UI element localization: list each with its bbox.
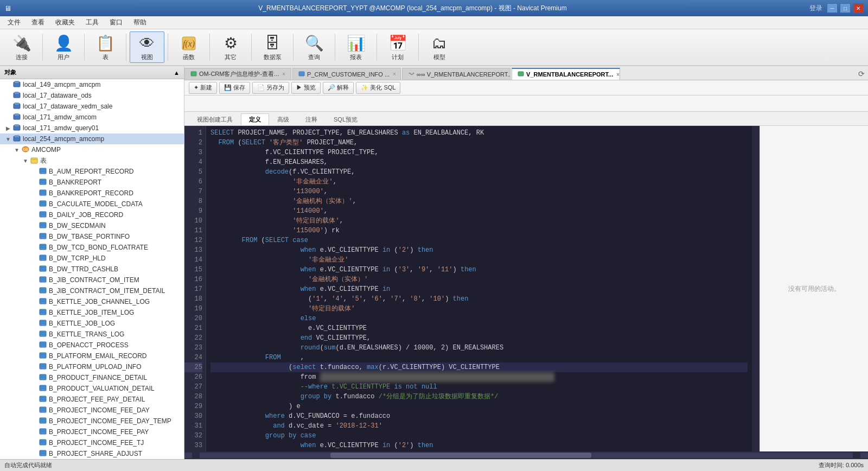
sidebar-item-local171query[interactable]: ▶local_171_amdw_query01: [0, 123, 184, 133]
sidebar-item-label-b_open: B_OPENACCT_PROCESS: [49, 341, 129, 349]
sidebar-collapse-icon[interactable]: ▲: [174, 69, 180, 76]
tab-close-tab1[interactable]: ×: [282, 71, 285, 77]
sidebar-item-local149[interactable]: local_149_amcpm_amcpm: [0, 79, 184, 90]
close-button[interactable]: ✕: [853, 3, 864, 13]
expand-icon-local254[interactable]: ▼: [4, 136, 12, 142]
sidebar-item-b_dw_tcrp[interactable]: B_DW_TCRP_HLD: [0, 253, 184, 264]
sidebar-item-b_kettle_jo[interactable]: B_KETTLE_JOB_LOG: [0, 318, 184, 329]
menu-item-查看[interactable]: 查看: [26, 17, 50, 28]
beautify-button[interactable]: ✨ 美化 SQL: [356, 82, 400, 94]
sub-tab-高级[interactable]: 高级: [269, 113, 297, 125]
tab-tab4[interactable]: V_RMENTBALANCEREPORT...×: [512, 68, 620, 80]
tab-tab1[interactable]: OM-CRM客户信息维护-查看...×: [184, 68, 291, 80]
toolbar-btn-query[interactable]: 🔍查询: [297, 31, 331, 63]
toolbar-btn-report[interactable]: 📊报表: [339, 31, 373, 63]
menu-item-收藏夹[interactable]: 收藏夹: [50, 17, 80, 28]
saveas-button[interactable]: 📄 另存为: [252, 82, 289, 94]
toolbar-btn-connect[interactable]: 🔌连接: [4, 31, 39, 63]
save-button[interactable]: 💾 保存: [219, 82, 250, 94]
sidebar-item-label-local171amdw: local_171_amdw_amcom: [23, 113, 97, 121]
sub-tab-SQL预览[interactable]: SQL预览: [326, 113, 366, 125]
svg-rect-16: [31, 158, 37, 163]
sidebar-item-b_proj_in2[interactable]: B_PROJECT_INCOME_FEE_DAY_TEMP: [0, 416, 184, 427]
sidebar-item-b_prod_va[interactable]: B_PRODUCT_VALUATION_DETAIL: [0, 383, 184, 394]
sidebar-item-b_dw_tbase[interactable]: B_DW_TBASE_PORTINFO: [0, 231, 184, 242]
toolbar-btn-table[interactable]: 📋表: [88, 31, 123, 63]
tree-node-icon-b_kettle_jo: [39, 319, 47, 328]
editor-scrollbar[interactable]: [752, 126, 760, 451]
sidebar-item-table_group[interactable]: ▼表: [0, 155, 184, 166]
toolbar-btn-model[interactable]: 🗂模型: [422, 31, 457, 63]
sidebar-item-label-b_proj_fe: B_PROJECT_FEE_PAY_DETAIL: [49, 396, 145, 403]
tree-node-icon-b_dw_tcrp: [39, 254, 47, 263]
sidebar-item-b_dw_ttrd[interactable]: B_DW_TTRD_CASHLB: [0, 264, 184, 275]
sidebar-item-b_aum[interactable]: B_AUM_REPORT_RECORD: [0, 166, 184, 177]
sidebar-item-label-b_proj_sh: B_PROJECT_SHARE_ADJUST: [49, 450, 142, 457]
sidebar-item-local171amdw[interactable]: local_171_amdw_amcom: [0, 112, 184, 123]
sidebar-item-b_open[interactable]: B_OPENACCT_PROCESS: [0, 340, 184, 351]
sidebar-item-b_prod_fi[interactable]: B_PRODUCT_FINANCE_DETAIL: [0, 372, 184, 383]
sidebar-item-b_proj_fe[interactable]: B_PROJECT_FEE_PAY_DETAIL: [0, 394, 184, 405]
toolbar-btn-view[interactable]: 👁视图: [130, 31, 164, 63]
sub-tab-注释[interactable]: 注释: [297, 113, 326, 125]
sidebar-item-b_proj_in3[interactable]: B_PROJECT_INCOME_FEE_PAY: [0, 427, 184, 437]
sidebar-item-b_plat_em[interactable]: B_PLATFORM_EMAIL_RECORD: [0, 351, 184, 361]
sidebar-item-b_kettle_it[interactable]: B_KETTLE_JOB_ITEM_LOG: [0, 307, 184, 318]
sidebar-item-b_dw_sec[interactable]: B_DW_SECDMAIN: [0, 220, 184, 231]
login-button[interactable]: 登录: [809, 4, 822, 13]
sub-tab-视图创建工具[interactable]: 视图创建工具: [189, 113, 241, 125]
line-number-20: 20: [184, 314, 202, 323]
sidebar-item-local17ods[interactable]: local_17_dataware_ods: [0, 90, 184, 101]
sidebar-item-b_proj_in4[interactable]: B_PROJECT_INCOME_FEE_TJ: [0, 437, 184, 448]
svg-rect-3: [15, 81, 19, 83]
sidebar-item-b_dw_tcd[interactable]: B_DW_TCD_BOND_FLOATRATE: [0, 242, 184, 253]
sidebar-item-b_jib_det[interactable]: B_JIB_CONTRACT_OM_ITEM_DETAIL: [0, 285, 184, 296]
tab-tab3[interactable]: ∞∞ V_RMENTBALANCEREPORT...×: [402, 68, 510, 80]
toolbar-btn-user[interactable]: 👤用户: [46, 31, 81, 63]
preview-button[interactable]: ▶ 预览: [291, 82, 321, 94]
code-line-20: else: [210, 314, 748, 323]
code-area[interactable]: SELECT PROJECT_NAME, PROJECT_TYPE, EN_RE…: [206, 126, 752, 451]
scrollbar-thumb[interactable]: [330, 453, 592, 458]
sidebar-item-b_proj_in[interactable]: B_PROJECT_INCOME_FEE_DAY: [0, 405, 184, 416]
expand-icon-table_group[interactable]: ▼: [22, 158, 29, 164]
line-number-2: 2: [184, 138, 202, 148]
scrollbar-track[interactable]: [200, 453, 853, 458]
toolbar-btn-db[interactable]: 🗄数据泵: [255, 31, 290, 63]
code-line-11: '115000') rk: [210, 226, 748, 236]
menu-item-文件[interactable]: 文件: [2, 17, 26, 28]
tab-tab2[interactable]: P_CRM_CUSTOMER_INFO ...×: [292, 68, 401, 80]
sidebar-item-b_bank[interactable]: B_BANKREPORT: [0, 177, 184, 188]
maximize-button[interactable]: □: [840, 3, 851, 13]
sidebar-item-b_proj_sh[interactable]: B_PROJECT_SHARE_ADJUST: [0, 448, 184, 459]
sidebar-item-b_plat_up[interactable]: B_PLATFORM_UPLOAD_INFO: [0, 361, 184, 372]
model-label: 模型: [433, 53, 445, 61]
expand-icon-amcomp[interactable]: ▼: [13, 147, 21, 153]
expand-icon-local171query[interactable]: ▶: [4, 125, 12, 131]
toolbar-btn-func[interactable]: f(x)函数: [171, 31, 206, 63]
sidebar-item-b_daily[interactable]: B_DAILY_JOB_RECORD: [0, 209, 184, 220]
tab-close-tab4[interactable]: ×: [616, 72, 620, 78]
horizontal-scrollbar[interactable]: [184, 451, 868, 459]
sidebar-item-b_jib_con[interactable]: B_JIB_CONTRACT_OM_ITEM: [0, 275, 184, 285]
new-button[interactable]: ✦ 新建: [189, 82, 217, 94]
tab-refresh-button[interactable]: ⟳: [855, 68, 868, 80]
menu-item-帮助[interactable]: 帮助: [128, 17, 152, 28]
sub-tab-定义[interactable]: 定义: [241, 113, 269, 125]
tab-close-tab2[interactable]: ×: [393, 71, 396, 77]
sidebar-item-b_kettle_tr[interactable]: B_KETTLE_TRANS_LOG: [0, 329, 184, 340]
sidebar-item-local254[interactable]: ▼local_254_amcpm_amcomp: [0, 133, 184, 144]
main-content: 对象 ▲ local_149_amcpm_amcpmlocal_17_dataw…: [0, 66, 868, 459]
minimize-button[interactable]: ─: [827, 3, 838, 13]
menu-item-工具[interactable]: 工具: [80, 17, 104, 28]
sidebar-item-b_bankr[interactable]: B_BANKREPORT_RECORD: [0, 188, 184, 199]
toolbar-btn-other[interactable]: ⚙其它: [213, 31, 248, 63]
explain-button[interactable]: 🔎 解释: [323, 82, 354, 94]
sidebar-item-local17sale[interactable]: local_17_dataware_xedm_sale: [0, 101, 184, 112]
menu-item-窗口[interactable]: 窗口: [104, 17, 128, 28]
sidebar-scroll[interactable]: local_149_amcpm_amcpmlocal_17_dataware_o…: [0, 79, 184, 459]
toolbar-btn-schedule[interactable]: 📅计划: [380, 31, 415, 63]
sidebar-item-amcomp[interactable]: ▼DBAMCOMP: [0, 144, 184, 155]
sidebar-item-b_kettle_ch[interactable]: B_KETTLE_JOB_CHANNEL_LOG: [0, 296, 184, 307]
sidebar-item-b_cac[interactable]: B_CACULATE_MODEL_CDATA: [0, 199, 184, 209]
